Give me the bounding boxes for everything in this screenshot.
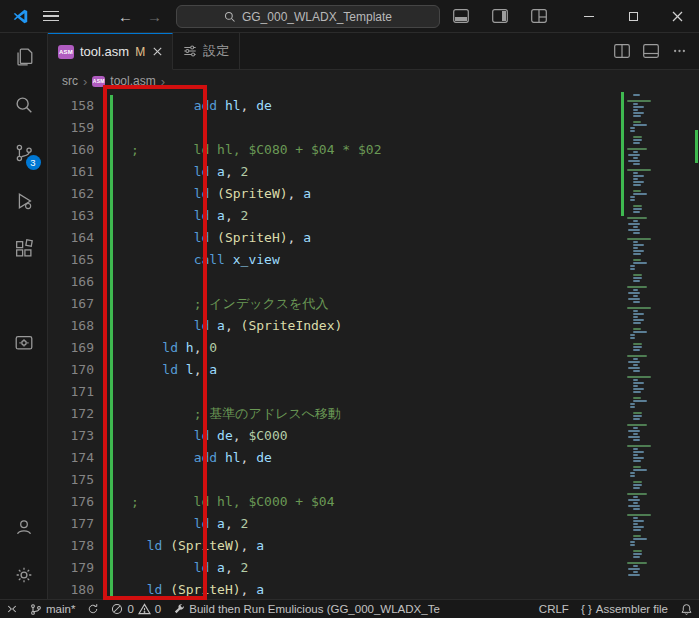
code-line[interactable]: 171 (48, 381, 699, 403)
line-number[interactable]: 159 (48, 117, 94, 139)
maximize-button[interactable] (611, 0, 655, 33)
minimize-button[interactable] (567, 0, 611, 33)
code-line[interactable]: 174 add hl, de (48, 447, 699, 469)
line-number[interactable]: 174 (48, 447, 94, 469)
back-button[interactable]: ← (118, 8, 133, 25)
line-number[interactable]: 171 (48, 381, 94, 403)
forward-button[interactable]: → (147, 8, 162, 25)
line-number[interactable]: 163 (48, 205, 94, 227)
sidebar-item-source-control[interactable]: 3 (0, 129, 48, 177)
editor[interactable]: 158 add hl, de159160; ld hl, $C080 + $04… (48, 92, 699, 599)
code-line[interactable]: 164 ld (SpriteH), a (48, 227, 699, 249)
warnings-icon (138, 603, 151, 615)
code-line[interactable]: 158 add hl, de (48, 95, 699, 117)
minimap-line (627, 271, 693, 273)
sidebar-item-search[interactable] (0, 81, 48, 129)
minimap-line (633, 556, 641, 558)
sidebar-item-explorer[interactable] (0, 33, 48, 81)
line-number[interactable]: 173 (48, 425, 94, 447)
code-line[interactable]: 169 ld h, 0 (48, 337, 699, 359)
code-line[interactable]: 179 ld a, 2 (48, 557, 699, 579)
minimap-line (627, 133, 693, 135)
minimap-line (633, 415, 642, 417)
problems-item[interactable]: 0 0 (105, 600, 167, 618)
language-mode-item[interactable]: { } Assembler file (575, 600, 674, 618)
breadcrumb-item-src[interactable]: src (62, 74, 78, 88)
minimap-line (633, 115, 641, 117)
minimap-line (633, 502, 638, 504)
code-line[interactable]: 175 (48, 469, 699, 491)
code-line[interactable]: 167 ; インデックスを代入 (48, 293, 699, 315)
code-line[interactable]: 160; ld hl, $C080 + $04 * $02 (48, 139, 699, 161)
tab-tool-asm[interactable]: ASM tool.asm M (48, 33, 173, 70)
line-number[interactable]: 170 (48, 359, 94, 381)
line-number[interactable]: 179 (48, 557, 94, 579)
minimap-line (628, 505, 639, 507)
minimap[interactable] (621, 92, 693, 599)
toggle-secondary-sidebar-icon[interactable] (486, 4, 514, 28)
command-center[interactable]: GG_000_WLADX_Template (176, 5, 440, 28)
editor-layout-icon[interactable] (643, 44, 659, 58)
toggle-panel-icon[interactable] (447, 4, 475, 28)
notifications-bell-icon[interactable] (674, 600, 699, 618)
line-number[interactable]: 166 (48, 271, 94, 293)
sidebar-item-extensions[interactable] (0, 225, 48, 273)
settings-gear-icon[interactable] (0, 551, 48, 599)
split-editor-icon[interactable] (614, 44, 630, 58)
breadcrumb-item-file[interactable]: tool.asm (110, 74, 155, 88)
line-number[interactable]: 162 (48, 183, 94, 205)
more-actions-icon[interactable] (672, 44, 687, 58)
code-line[interactable]: 163 ld a, 2 (48, 205, 699, 227)
line-number[interactable]: 169 (48, 337, 94, 359)
accounts-icon[interactable] (0, 503, 48, 551)
line-number[interactable]: 164 (48, 227, 94, 249)
close-button[interactable] (655, 0, 699, 33)
customize-layout-icon[interactable] (525, 4, 553, 28)
line-number[interactable]: 167 (48, 293, 94, 315)
line-number[interactable]: 168 (48, 315, 94, 337)
code-line[interactable]: 159 (48, 117, 699, 139)
code-line[interactable]: 176; ld hl, $C000 + $04 (48, 491, 699, 513)
line-number[interactable]: 180 (48, 579, 94, 599)
tab-settings[interactable]: 設定 (173, 33, 240, 69)
code-line[interactable]: 161 ld a, 2 (48, 161, 699, 183)
build-task-item[interactable]: Build then Run Emulicious (GG_000_WLADX_… (167, 600, 446, 618)
code-line[interactable]: 168 ld a, (SpriteIndex) (48, 315, 699, 337)
code-line[interactable]: 172 ; 基準のアドレスへ移動 (48, 403, 699, 425)
line-number[interactable]: 161 (48, 161, 94, 183)
minimap-line (633, 142, 641, 144)
line-number[interactable]: 178 (48, 535, 94, 557)
minimap-line (633, 205, 642, 207)
sidebar-item-run-debug[interactable] (0, 177, 48, 225)
code-line[interactable]: 173 ld de, $C000 (48, 425, 699, 447)
remote-indicator-icon[interactable] (0, 600, 24, 618)
menu-icon[interactable] (43, 11, 59, 22)
code-line[interactable]: 180 ld (SpriteH), a (48, 579, 699, 599)
minimap-line (633, 439, 641, 441)
git-branch-item[interactable]: main* (24, 600, 81, 618)
task-wrench-icon (173, 603, 185, 615)
line-number[interactable]: 165 (48, 249, 94, 271)
minimap-line (633, 538, 647, 540)
code-line[interactable]: 177 ld a, 2 (48, 513, 699, 535)
minimap-line (633, 397, 641, 399)
line-number[interactable]: 177 (48, 513, 94, 535)
close-tab-icon[interactable] (153, 47, 162, 56)
code-text: add hl, de (131, 95, 272, 117)
sync-changes-icon[interactable] (81, 600, 105, 618)
code-line[interactable]: 170 ld l, a (48, 359, 699, 381)
line-number[interactable]: 176 (48, 491, 94, 513)
code-line[interactable]: 178 ld (SpriteW), a (48, 535, 699, 557)
minimap-line (628, 361, 639, 363)
minimap-content (627, 94, 693, 599)
line-number[interactable]: 175 (48, 469, 94, 491)
code-line[interactable]: 165 call x_view (48, 249, 699, 271)
code-line[interactable]: 162 ld (SpriteW), a (48, 183, 699, 205)
line-number[interactable]: 172 (48, 403, 94, 425)
minimap-line (633, 496, 638, 498)
line-number[interactable]: 158 (48, 95, 94, 117)
line-number[interactable]: 160 (48, 139, 94, 161)
code-line[interactable]: 166 (48, 271, 699, 293)
sidebar-item-custom-extension[interactable] (0, 319, 48, 367)
eol-indicator[interactable]: CRLF (533, 600, 575, 618)
